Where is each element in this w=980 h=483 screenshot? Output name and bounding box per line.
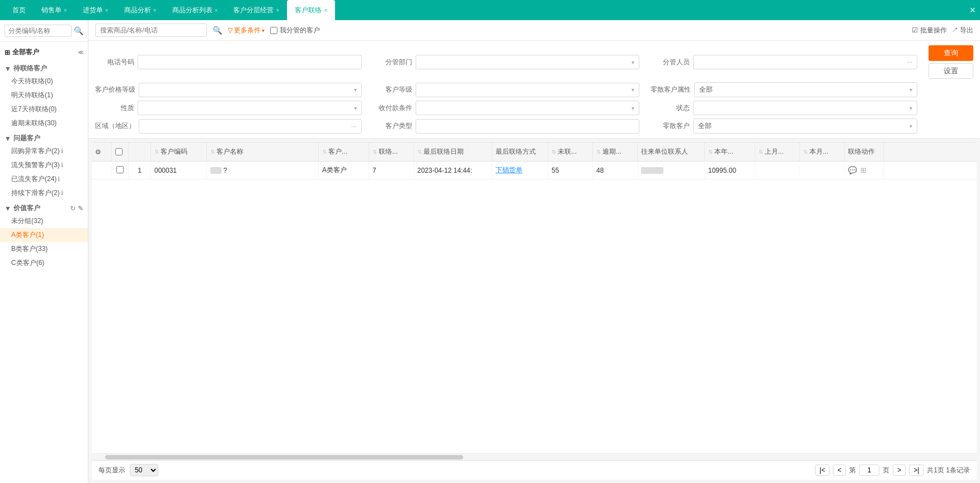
region-select[interactable]: ··· <box>139 119 362 134</box>
page-size-select[interactable]: 50 100 200 <box>130 464 158 476</box>
prev-page-button[interactable]: < <box>833 465 846 476</box>
nav-tab-purchase[interactable]: 进货单 × <box>75 0 116 20</box>
sidebar-item-b-class[interactable]: B类客户(33) <box>0 242 88 256</box>
sidebar-search-input[interactable] <box>4 25 72 37</box>
table-scrollbar[interactable] <box>92 453 977 460</box>
value-refresh-icon[interactable]: ↻ <box>70 205 76 212</box>
a-class-label: A类客户(1) <box>11 230 44 240</box>
filter-row-1: 电话号码 分管部门 ▾ 分管人员 ··· <box>95 45 973 79</box>
tab-analysis-close[interactable]: × <box>153 7 157 13</box>
last-page-button[interactable]: >| <box>909 465 924 476</box>
my-customer-checkbox[interactable] <box>270 27 277 34</box>
contact-sort-icon[interactable]: ⇅ <box>373 149 377 155</box>
retail-customer-select[interactable]: 全部 ▾ <box>693 119 917 134</box>
retail-attr-label: 零散客户属性 <box>651 85 691 94</box>
filter-search-button[interactable]: 🔍 <box>213 26 222 35</box>
select-all-checkbox[interactable] <box>115 148 123 155</box>
close-all-tabs[interactable]: × <box>969 4 976 16</box>
thismonth-sort-icon[interactable]: ⇅ <box>803 149 808 155</box>
nav-tab-analysis[interactable]: 商品分析 × <box>116 0 164 20</box>
sidebar-item-7days[interactable]: 近7天待联络(0) <box>0 102 88 116</box>
grid-icon: ⊞ <box>4 49 10 56</box>
sidebar-item-declining[interactable]: 持续下滑客户(2) ℹ <box>0 186 88 200</box>
table-footer: 每页显示 50 100 200 |< < 第 页 > >| 共1页 1条记录 <box>92 460 977 480</box>
tab-customer-tier-label: 客户分层经营 <box>233 6 274 15</box>
qr-icon[interactable]: ⊞ <box>860 166 866 174</box>
value-edit-icon[interactable]: ✎ <box>78 205 83 212</box>
sidebar-item-c-class[interactable]: C类客户(6) <box>0 256 88 270</box>
customer-type-select[interactable] <box>416 119 640 134</box>
retail-attr-select[interactable]: 全部 ▾ <box>694 82 917 97</box>
th-level-label: 客户... <box>328 147 347 157</box>
manager-select[interactable]: ··· <box>693 55 917 69</box>
tab-customer-tier-close[interactable]: × <box>276 7 279 13</box>
chat-icon[interactable]: 💬 <box>848 166 857 174</box>
th-gear: ⚙ <box>92 143 112 161</box>
page-size-label: 每页显示 <box>98 466 125 475</box>
filter-search-input[interactable] <box>95 23 207 37</box>
customer-level-select[interactable]: ▾ <box>416 83 640 97</box>
customer-type-label: 客户类型 <box>373 121 412 131</box>
row-checkbox[interactable] <box>116 166 124 173</box>
page-number-input[interactable] <box>859 465 879 476</box>
tab-purchase-close[interactable]: × <box>105 7 109 13</box>
scroll-thumb[interactable] <box>105 455 463 460</box>
sidebar-search-icon[interactable]: 🔍 <box>74 26 83 35</box>
row-name-suffix: ? <box>223 167 227 174</box>
lastdate-sort-icon[interactable]: ⇅ <box>417 149 422 155</box>
th-code: ⇅ 客户编码 <box>151 143 207 161</box>
sidebar-item-abnormal[interactable]: 回购异常客户(2) ℹ <box>0 144 88 158</box>
gear-icon[interactable]: ⚙ <box>95 148 101 156</box>
first-page-button[interactable]: |< <box>815 465 830 476</box>
code-sort-icon[interactable]: ⇅ <box>154 149 159 155</box>
sidebar-item-overdue[interactable]: 逾期未联络(30) <box>0 116 88 130</box>
sidebar-item-a-class[interactable]: A类客户(1) <box>0 228 88 242</box>
sidebar-item-today[interactable]: 今天待联络(0) <box>0 74 88 88</box>
tab-analysis-list-close[interactable]: × <box>215 7 218 13</box>
thisyear-sort-icon[interactable]: ⇅ <box>708 149 713 155</box>
nav-tab-analysis-list[interactable]: 商品分析列表 × <box>164 0 226 20</box>
export-button[interactable]: ↗ 导出 <box>951 26 973 35</box>
right-actions: ☑ 批量操作 ↗ 导出 <box>912 26 973 35</box>
export-icon: ↗ <box>951 26 958 34</box>
dept-select[interactable]: ▾ <box>416 55 640 69</box>
td-overdue: 48 <box>593 163 638 178</box>
level-sort-icon[interactable]: ⇅ <box>322 149 327 155</box>
collapse-icon[interactable]: ≪ <box>78 49 83 55</box>
td-name: ? <box>207 163 319 178</box>
nav-tab-sales[interactable]: 销售单 × <box>34 0 75 20</box>
payment-select[interactable]: ▾ <box>416 101 640 115</box>
th-name-label: 客户名称 <box>216 147 243 157</box>
row-lastway: 下销货单 <box>496 166 522 174</box>
nav-home[interactable]: 首页 <box>4 0 34 20</box>
td-lastway[interactable]: 下销货单 <box>492 162 548 179</box>
sidebar-item-lost[interactable]: 已流失客户(24) ℹ <box>0 172 88 186</box>
name-sort-icon[interactable]: ⇅ <box>210 149 215 155</box>
sidebar-item-tomorrow[interactable]: 明天待联络(1) <box>0 88 88 102</box>
th-lastway: 最后联络方式 <box>492 143 548 161</box>
uncontact-sort-icon[interactable]: ⇅ <box>552 149 556 155</box>
sidebar-item-loss-warning[interactable]: 流失预警客户(3) ℹ <box>0 158 88 172</box>
tab-sales-close[interactable]: × <box>64 7 67 13</box>
pagination-left: 每页显示 50 100 200 <box>98 464 158 476</box>
sidebar-item-ungroup[interactable]: 未分组(32) <box>0 214 88 228</box>
settings-button[interactable]: 设置 <box>929 63 973 79</box>
phone-input[interactable] <box>138 55 362 69</box>
nature-select[interactable]: ▾ <box>138 101 362 115</box>
overdue-sort-icon[interactable]: ⇅ <box>596 149 601 155</box>
nav-tab-customer-contact[interactable]: 客户联络 × <box>287 0 335 20</box>
price-level-select[interactable]: ▾ <box>139 83 362 97</box>
next-page-button[interactable]: > <box>893 465 906 476</box>
sidebar-all-customers[interactable]: ⊞ 全部客户 ≪ <box>0 44 88 60</box>
th-thisyear: ⇅ 本年... <box>705 143 755 161</box>
lastmonth-sort-icon[interactable]: ⇅ <box>758 149 763 155</box>
table-area: ⚙ ⇅ 客户编码 ⇅ 客户名称 ⇅ 客户... <box>92 142 977 480</box>
tab-customer-contact-close[interactable]: × <box>324 7 327 13</box>
nav-tab-customer-tier[interactable]: 客户分层经营 × <box>225 0 287 20</box>
status-select[interactable]: ▾ <box>693 101 917 115</box>
batch-op-button[interactable]: ☑ 批量操作 <box>912 26 946 35</box>
row-level: A类客户 <box>322 166 347 174</box>
query-button[interactable]: 查询 <box>929 45 973 61</box>
my-customer-checkbox-label[interactable]: 我分管的客户 <box>270 26 320 35</box>
more-filter-button[interactable]: ▽ 更多条件 ▾ <box>228 26 265 35</box>
